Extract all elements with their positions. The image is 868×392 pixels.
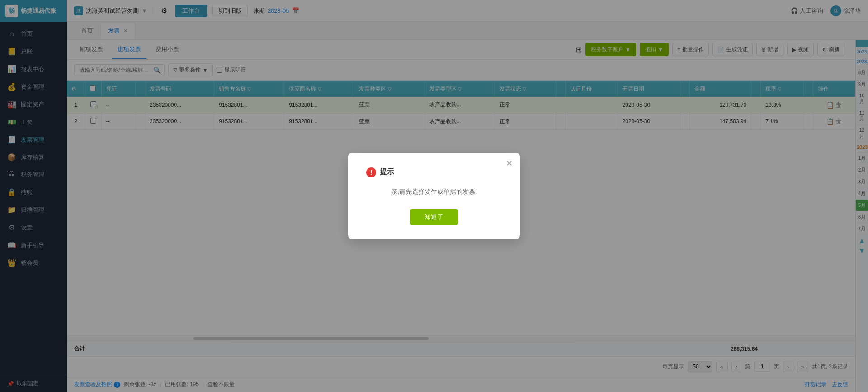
modal-ok-button[interactable]: 知道了 <box>410 209 458 225</box>
modal-overlay: ✕ ! 提示 亲,请先选择要生成单据的发票! 知道了 <box>0 0 868 392</box>
modal-message: 亲,请先选择要生成单据的发票! <box>366 186 502 196</box>
modal-title-text: 提示 <box>380 167 394 177</box>
modal-close-button[interactable]: ✕ <box>506 158 513 168</box>
modal-title: ! 提示 <box>366 167 502 177</box>
modal-dialog: ✕ ! 提示 亲,请先选择要生成单据的发票! 知道了 <box>348 153 520 239</box>
modal-warning-icon: ! <box>366 167 376 177</box>
